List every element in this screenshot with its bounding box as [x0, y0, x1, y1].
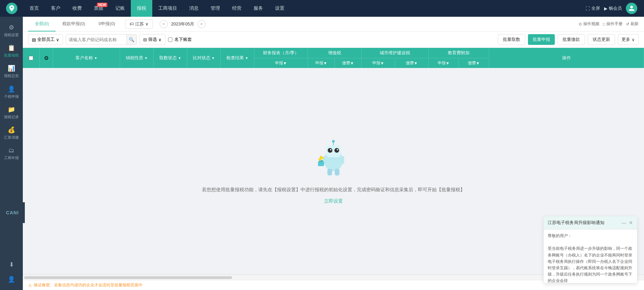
profile-icon: 👤 [7, 275, 15, 283]
nav-items: 首页 客户 收费 票据 NEW 记账 报税 工商项目 消息 管理 经营 服务 设… [23, 0, 586, 17]
nav-manage[interactable]: 管理 [205, 0, 226, 17]
tab-zero-count: 0 [111, 21, 113, 26]
sidebar-label-tax-records: 报税记录 [4, 115, 19, 119]
nav-service[interactable]: 服务 [248, 0, 269, 17]
th-city-tax-group: 城市维护建设税 申报▼ 缴费▼ [362, 48, 429, 68]
tax-overview-icon: 📊 [7, 64, 15, 72]
nav-business[interactable]: 工商项目 [152, 0, 183, 17]
nav-customer[interactable]: 客户 [45, 0, 66, 17]
filter-button[interactable]: ⊟ 筛选 ∨ [140, 34, 165, 45]
th-financial-title: 财务报表（月/季） [254, 48, 308, 58]
search-input[interactable] [66, 37, 126, 42]
region-selector[interactable]: 🏷 江苏 ∨ [125, 19, 153, 29]
th-vat-declare: 申报▼ [308, 58, 335, 68]
sidebar-item-tax-settings[interactable]: ⚙ 报税设置 [0, 20, 23, 41]
sidebar-item-profile[interactable]: 👤 [0, 272, 23, 287]
date-prev-btn[interactable]: ＜ [160, 20, 168, 28]
nav-message[interactable]: 消息 [183, 0, 205, 17]
nav-tax[interactable]: 报税 [131, 0, 152, 17]
manual-link[interactable]: □ 操作手册 [603, 21, 623, 27]
employee-filter[interactable]: ▤ 全部员工 ∨ [28, 34, 63, 45]
sidebar-item-batch-tax[interactable]: 📋 批量报税 [0, 41, 23, 61]
svg-rect-6 [331, 157, 336, 160]
nav-invoice[interactable]: 票据 NEW [88, 0, 109, 17]
toolbar: ▤ 全部员工 ∨ 🔍 ⊟ 筛选 ∨ 名下账套 批量取数 批量申报 [23, 31, 644, 48]
video-tutorial-link[interactable]: ⊙ 操作视频 [579, 21, 599, 27]
date-navigator: ＜ 2023年05月 ＞ [160, 20, 206, 28]
th-financial-report-group: 财务报表（月/季） 申报▼ [254, 48, 308, 68]
employee-filter-label: 全部员工 [37, 37, 55, 43]
sidebar-item-download[interactable]: ⬇ [0, 257, 23, 272]
sidebar-label-annual-report: 工商年报 [4, 156, 19, 160]
sidebar-item-tax-records[interactable]: 📁 报税记录 [0, 102, 23, 123]
more-button[interactable]: 更多 ∨ [618, 34, 639, 45]
gear-icon[interactable]: ⚙ [44, 55, 49, 61]
setup-link[interactable]: 立即设置 [324, 198, 343, 204]
batch-fetch-button[interactable]: 批量取数 [498, 34, 525, 45]
search-button[interactable]: 🔍 [126, 34, 137, 45]
fullscreen-btn[interactable]: ⛶ 全屏 [586, 5, 600, 11]
nav-operation[interactable]: 经营 [226, 0, 248, 17]
tab-zero-declare[interactable]: 0申报(0) [92, 17, 122, 31]
th-city-tax-title: 城市维护建设税 [362, 48, 428, 58]
name-checkbox[interactable] [168, 38, 172, 42]
sidebar-item-annual-report[interactable]: 🗂 工商年报 [0, 143, 23, 163]
batch-pay-button[interactable]: 批量缴款 [557, 34, 585, 45]
nav-settings[interactable]: 设置 [269, 0, 290, 17]
th-edu-declare: 申报▼ [429, 58, 459, 68]
notification-minimize-btn[interactable]: — [622, 220, 626, 225]
empty-message: 若您想使用批量报税功能，请先在【报税设置】中进行报税的初始化设置，完成密码验证和… [202, 187, 465, 193]
notification-title: 江苏电子税务局升级影响通知 [548, 220, 604, 226]
th-vat-group: 增值税 申报▼ 缴费▼ [308, 48, 362, 68]
refresh-icon: ↺ [626, 22, 629, 26]
nav-right-actions: ⛶ 全屏 ▶ 畅会员 [586, 3, 637, 14]
refresh-btn[interactable]: ↺ 刷新 [626, 21, 639, 27]
svg-rect-8 [341, 156, 344, 164]
checkbox-label[interactable]: 名下账套 [168, 37, 192, 43]
tab-bar: 全部(0) 税款申报(0) 0申报(0) 🏷 江苏 ∨ ＜ 2023年05月 ＞… [23, 17, 644, 31]
nav-home[interactable]: 首页 [23, 0, 45, 17]
sidebar-item-tax-overview[interactable]: 📊 报税总览 [0, 61, 23, 81]
edu-pay-sort: ▼ [476, 61, 480, 66]
sidebar-label-tax-settings: 报税设置 [4, 33, 19, 37]
nav-fee[interactable]: 收费 [66, 0, 88, 17]
cani-label: CANI [0, 202, 25, 223]
city-declare-sort: ▼ [380, 61, 384, 66]
employee-filter-chevron-icon: ∨ [56, 37, 59, 42]
book-icon: □ [603, 22, 605, 26]
tab-tax-count: 0 [81, 21, 84, 26]
member-btn[interactable]: ▶ 畅会员 [604, 5, 622, 11]
notification-panel: 江苏电子税务局升级影响通知 — ✕ 尊敬的用户： 受当前电子税务局进一步升级的影… [543, 216, 637, 283]
filter-label: 筛选 [148, 37, 157, 43]
header-checkbox[interactable] [29, 56, 33, 60]
batch-declare-button[interactable]: 批量申报 [528, 34, 555, 45]
notification-close-btn[interactable]: ✕ [629, 220, 633, 225]
user-avatar[interactable] [626, 3, 637, 14]
tab-right-actions: ⊙ 操作视频 □ 操作手册 ↺ 刷新 [579, 21, 639, 27]
personal-tax-icon: 👤 [7, 85, 15, 93]
svg-rect-11 [318, 161, 324, 166]
sidebar: ⚙ 报税设置 📋 批量报税 📊 报税总览 👤 个税申报 📁 报税记录 💰 汇算清… [0, 17, 23, 290]
th-city-declare: 申报▼ [362, 58, 395, 68]
nav-accounting[interactable]: 记账 [109, 0, 131, 17]
svg-point-17 [332, 140, 335, 143]
tab-all[interactable]: 全部(0) [28, 17, 56, 31]
tax-settings-icon: ⚙ [7, 23, 15, 31]
check-sort-icon: ▼ [245, 56, 249, 60]
tab-tax-declare[interactable]: 税款申报(0) [56, 17, 92, 31]
customer-sort-icon: ▼ [94, 56, 98, 60]
notification-header: 江苏电子税务局升级影响通知 — ✕ [544, 216, 637, 229]
th-vat-cells: 申报▼ 缴费▼ [308, 58, 361, 68]
video-icon: ⊙ [579, 22, 582, 26]
robot-illustration [313, 139, 354, 179]
date-next-btn[interactable]: ＞ [198, 20, 206, 28]
svg-rect-9 [327, 169, 332, 175]
th-tax-type: 纳税性质 ▼ [120, 48, 154, 68]
status-update-button[interactable]: 状态更新 [588, 34, 615, 45]
region-text: 江苏 [135, 21, 144, 27]
sidebar-item-annual-settlement[interactable]: 💰 汇算清缴 [0, 123, 23, 143]
scroll-thumb [24, 276, 232, 279]
edu-declare-sort: ▼ [446, 61, 450, 66]
top-navigation: 首页 客户 收费 票据 NEW 记账 报税 工商项目 消息 管理 经营 服务 设… [0, 0, 644, 17]
sidebar-item-personal-tax[interactable]: 👤 个税申报 [0, 82, 23, 102]
